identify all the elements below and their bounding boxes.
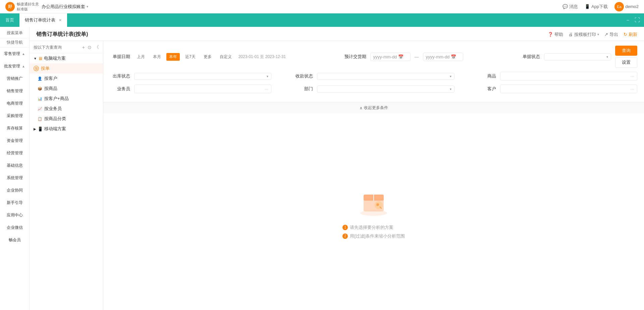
sidebar-item-system[interactable]: 系统管理 xyxy=(0,172,29,184)
product-scheme-icon: 📦 xyxy=(38,86,42,91)
minimize-icon[interactable]: － xyxy=(625,17,631,24)
customer-dots[interactable]: ··· xyxy=(630,86,634,92)
logo-icon: 好 xyxy=(5,2,15,11)
sidebar-item-appcenter[interactable]: 应用中心 xyxy=(0,209,29,221)
sidebar-quicknav[interactable]: 快捷导航 xyxy=(0,38,29,48)
sidebar-item-wholesale[interactable]: 批发管理 ▲ xyxy=(0,60,29,72)
scheme-by-cust-prod[interactable]: 📊 按客户+商品 xyxy=(30,94,103,104)
payment-status-arrow-icon: ▾ xyxy=(450,74,451,78)
sidebar-item-basic[interactable]: 基础信息 xyxy=(0,159,29,172)
print-action[interactable]: 🖨 按模板打印 ▾ xyxy=(569,32,599,38)
message-icon: 💬 xyxy=(562,4,568,9)
settings-button[interactable]: 设置 xyxy=(615,57,637,68)
pc-scheme-group[interactable]: ▼ 🖥 电脑端方案 xyxy=(30,53,103,63)
download-icon: 📱 xyxy=(585,4,590,9)
goods-input[interactable]: ··· xyxy=(500,72,637,81)
sidebar-item-member[interactable]: 畅会员 xyxy=(0,234,29,246)
pc-scheme-icon: 🖥 xyxy=(38,56,43,61)
date-btn-thismonth[interactable]: 本月 xyxy=(150,53,164,61)
app-download-action[interactable]: 📱 App下载 xyxy=(585,4,608,10)
tip-num-2: 2 xyxy=(342,234,348,239)
app-selector[interactable]: 办公用品行业模拟账套 ▾ xyxy=(42,4,88,10)
date-range-display: 2023-01-01 至 2023-12-31 xyxy=(238,54,286,60)
export-action[interactable]: ↗ 导出 xyxy=(604,32,618,38)
date-btn-custom[interactable]: 自定义 xyxy=(217,53,234,61)
ship-status-select[interactable]: ▾ xyxy=(134,73,271,80)
collapse-panel-icon[interactable]: 《 xyxy=(94,44,99,50)
tip-num-1: 1 xyxy=(342,225,348,230)
empty-tips: 1 请先选择要分析的方案 2 用[过滤]条件来缩小分析范围 xyxy=(342,224,405,239)
scheme-by-order[interactable]: 按 按单 xyxy=(30,63,103,73)
sidebar-search[interactable]: 搜索菜单 xyxy=(0,27,29,38)
page-title: 销售订单统计表(按单) xyxy=(36,31,88,38)
goods-dots[interactable]: ··· xyxy=(630,73,634,79)
tab-sales-stat[interactable]: 销售订单统计表 ✕ xyxy=(19,13,67,27)
dept-select[interactable]: ▾ xyxy=(317,86,454,93)
scheme-by-customer[interactable]: 👤 按客户 xyxy=(30,73,103,84)
chevron-icon: ▲ xyxy=(22,64,25,68)
left-panel-header: 按以下方案查询 + ⊙ 《 xyxy=(30,44,103,53)
tab-close-icon[interactable]: ✕ xyxy=(59,18,62,22)
sidebar-item-enterprise[interactable]: 企业协同 xyxy=(0,184,29,197)
salesperson-input[interactable]: ··· xyxy=(134,85,271,93)
content-area: 销售订单统计表(按单) ❓ 帮助 🖨 按模板打印 ▾ ↗ 导出 xyxy=(30,27,644,310)
chevron-down-icon: ▾ xyxy=(87,5,88,8)
tab-bar-actions: － ⛶ xyxy=(625,17,644,24)
expected-date-label: 预计交货期 xyxy=(343,54,366,60)
scheme-by-product[interactable]: 📦 按商品 xyxy=(30,84,103,94)
sidebar-item-inventory[interactable]: 库存核算 xyxy=(0,122,29,135)
filter-area: 单据日期 上月 本月 本年 近7天 更多 自定义 2023-01-01 至 20… xyxy=(103,41,644,102)
sidebar-item-finance[interactable]: 资金管理 xyxy=(0,135,29,147)
settings-scheme-icon[interactable]: ⊙ xyxy=(88,45,92,50)
sidebar-item-corpwechat[interactable]: 企业微信 xyxy=(0,221,29,234)
order-status-select[interactable]: ▾ xyxy=(544,53,611,60)
date-btn-7days[interactable]: 近7天 xyxy=(182,53,198,61)
sidebar-item-ecommerce[interactable]: 电商管理 xyxy=(0,97,29,110)
date-btn-lastmonth[interactable]: 上月 xyxy=(134,53,148,61)
filter-row-2: 出库状态 ▾ 收款状态 ▾ 商品 xyxy=(110,72,637,81)
query-button[interactable]: 查询 xyxy=(615,46,637,56)
empty-state: 1 请先选择要分析的方案 2 用[过滤]条件来缩小分析范围 xyxy=(103,113,644,310)
help-action[interactable]: ❓ 帮助 xyxy=(548,32,563,38)
user-area[interactable]: Ea demo2 xyxy=(614,2,639,11)
top-header: 好 畅捷通好生意 标准版 办公用品行业模拟账套 ▾ 💬 消息 📱 App下载 E… xyxy=(0,0,644,13)
sidebar-item-marketing[interactable]: 营销推广 xyxy=(0,72,29,85)
date-label: 单据日期 xyxy=(110,54,130,60)
mobile-scheme-group[interactable]: ▶ 📱 移动端方案 xyxy=(30,124,103,134)
scheme-by-salesperson[interactable]: 📈 按业务员 xyxy=(30,104,103,114)
page-actions: ❓ 帮助 🖨 按模板打印 ▾ ↗ 导出 ↻ 刷新 xyxy=(548,32,637,38)
salesperson-dots[interactable]: ··· xyxy=(265,86,269,92)
collapse-icon: ∧ xyxy=(360,106,363,110)
active-scheme-icon: 按 xyxy=(34,66,39,71)
date-separator: — xyxy=(415,54,419,59)
calendar-end-icon[interactable]: 📅 xyxy=(451,54,456,59)
sidebar-item-newguide[interactable]: 新手引导 xyxy=(0,197,29,209)
pc-scheme-expand-icon: ▼ xyxy=(34,57,37,60)
ship-status-label: 出库状态 xyxy=(110,73,130,79)
tab-home[interactable]: 首页 xyxy=(0,13,19,27)
date-btn-thisyear[interactable]: 本年 xyxy=(166,53,180,61)
print-arrow-icon: ▾ xyxy=(597,33,599,36)
calendar-start-icon[interactable]: 📅 xyxy=(398,54,404,59)
expected-date-end-input[interactable]: yyyy-mm-dd 📅 xyxy=(423,53,463,61)
customer-input[interactable]: ··· xyxy=(500,85,637,93)
maximize-icon[interactable]: ⛶ xyxy=(635,17,640,23)
logo-area: 好 畅捷通好生意 标准版 xyxy=(5,2,39,11)
add-scheme-icon[interactable]: + xyxy=(82,45,85,50)
filter-row-1: 单据日期 上月 本月 本年 近7天 更多 自定义 2023-01-01 至 20… xyxy=(110,46,637,68)
salesperson-label: 业务员 xyxy=(110,86,130,92)
inner-layout: 按以下方案查询 + ⊙ 《 ▼ 🖥 电脑端方案 按 按单 👤 按客户 xyxy=(30,41,644,310)
sidebar-item-retail[interactable]: 零售管理 ▲ xyxy=(0,48,29,60)
date-btn-more[interactable]: 更多 xyxy=(201,53,214,61)
sidebar-item-purchase[interactable]: 采购管理 xyxy=(0,110,29,122)
sidebar-item-operation[interactable]: 经营管理 xyxy=(0,147,29,159)
collapse-bar[interactable]: ∧ 收起更多条件 xyxy=(103,102,644,113)
scheme-by-category[interactable]: 📋 按商品分类 xyxy=(30,114,103,124)
sidebar-item-sales[interactable]: 销售管理 xyxy=(0,85,29,97)
left-panel: 按以下方案查询 + ⊙ 《 ▼ 🖥 电脑端方案 按 按单 👤 按客户 xyxy=(30,41,103,310)
message-action[interactable]: 💬 消息 xyxy=(562,4,578,10)
refresh-action[interactable]: ↻ 刷新 xyxy=(624,32,637,38)
payment-status-select[interactable]: ▾ xyxy=(317,73,454,80)
expected-date-start-input[interactable]: yyyy-mm-dd 📅 xyxy=(370,53,411,61)
filter-row-3: 业务员 ··· 部门 ▾ 客户 ··· xyxy=(110,85,637,93)
